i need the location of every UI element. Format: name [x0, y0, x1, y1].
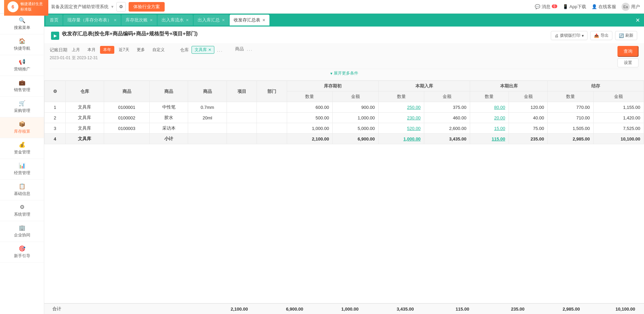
- out-qty-link[interactable]: 80.00: [494, 105, 506, 110]
- cell-out-amt: 40.00: [509, 113, 548, 123]
- tab-close-recv_summary[interactable]: ✕: [262, 18, 265, 22]
- cell-spec: 20ml: [188, 113, 227, 123]
- out-qty-link[interactable]: 15.00: [494, 126, 506, 131]
- tab-recv_summary[interactable]: 收发存汇总表✕: [230, 15, 269, 26]
- date-last-month[interactable]: 上月: [69, 46, 83, 54]
- cell-project: [227, 134, 257, 144]
- in-qty-link[interactable]: 1,000.00: [403, 136, 421, 142]
- tab-close-batch[interactable]: ✕: [150, 18, 153, 22]
- date-buttons: 记账日期 上月 本月 本年 近7天 更多 自定义: [50, 46, 168, 54]
- settings-button[interactable]: 设置: [617, 58, 639, 67]
- cell-warehouse: 文具库: [66, 123, 104, 134]
- sidebar: 🔍搜索菜单🏠快捷导航📢营销推广💼销售管理🛒采购管理📦库存核算💰资金管理📊经营管理…: [0, 14, 44, 314]
- tab-close-summary[interactable]: ✕: [222, 18, 225, 22]
- out-qty-link[interactable]: 20.00: [494, 115, 506, 120]
- cell-bal-qty: 1,505.00: [548, 123, 594, 134]
- in-qty-link[interactable]: 520.00: [407, 126, 421, 131]
- sidebar-item-inventory[interactable]: 📦库存核算: [0, 117, 44, 138]
- print-icon: 🖨: [555, 33, 559, 38]
- tab-summary[interactable]: 出入库汇总✕: [194, 15, 229, 26]
- export-button[interactable]: 📤 导出: [590, 31, 612, 40]
- page-title-bar: ▶ 收发存汇总表(按仓库+商品编码+商品+规格型号+项目+部门) 🖨 拨锁版打印…: [44, 27, 644, 43]
- marketing-label: 营销推广: [14, 66, 30, 72]
- inventory-icon: 📦: [19, 121, 26, 127]
- date-this-year[interactable]: 本年: [100, 46, 114, 54]
- sidebar-item-enterprise[interactable]: 🏢企业协同: [0, 221, 44, 242]
- marketing-icon: 📢: [19, 59, 26, 65]
- search-label: 搜索菜单: [14, 25, 30, 31]
- sidebar-item-sales[interactable]: 💼销售管理: [0, 76, 44, 97]
- date-more[interactable]: 更多: [134, 46, 148, 54]
- app-download-btn[interactable]: 📱 App下载: [563, 4, 586, 10]
- in-qty-link[interactable]: 230.00: [407, 115, 421, 120]
- cell-dept: [257, 134, 287, 144]
- footer-bal-amt: 10,100.00: [583, 307, 639, 312]
- table-container: ⚙ 仓库 商品 商品 商品 项目 部门 库存期初 本期入库 本期出库 结存: [44, 81, 644, 303]
- cell-in-qty: 520.00: [378, 123, 424, 134]
- cell-project: [227, 102, 257, 113]
- out-qty-link[interactable]: 115.00: [492, 136, 505, 142]
- sidebar-item-search[interactable]: 🔍搜索菜单: [0, 14, 44, 34]
- footer-label: 合计: [52, 306, 61, 312]
- sub-out-amt: 金额: [509, 92, 548, 102]
- cell-seq: 3: [45, 123, 66, 134]
- tab-flow[interactable]: 出入库流水✕: [158, 15, 193, 26]
- gear-button[interactable]: ⚙: [116, 2, 126, 12]
- user-btn[interactable]: Ea 用户: [622, 3, 640, 11]
- sidebar-item-system[interactable]: ⚙系统管理: [0, 200, 44, 221]
- warehouse-more-btn[interactable]: ...: [217, 47, 223, 53]
- system-icon: ⚙: [20, 204, 24, 210]
- header-left: 6 畅捷通好生意标准版 装备及固定资产辅助管理系统 ▾ ⚙ 体验行业方案: [4, 0, 165, 16]
- sidebar-item-basic[interactable]: 📋基础信息: [0, 180, 44, 200]
- collapse-arrow-icon[interactable]: ▶: [51, 32, 59, 40]
- messages-btn[interactable]: 💬 消息 6: [535, 4, 557, 10]
- cell-dept: [257, 102, 287, 113]
- sidebar-item-marketing[interactable]: 📢营销推广: [0, 55, 44, 76]
- page-title: 收发存汇总表(按仓库+商品编码+商品+规格型号+项目+部门): [62, 31, 198, 37]
- cell-bal-amt: 1,155.00: [593, 102, 644, 113]
- sidebar-item-purchase[interactable]: 🛒采购管理: [0, 97, 44, 117]
- print-button[interactable]: 🖨 拨锁版打印 ▾: [551, 31, 588, 40]
- warehouse-label: 仓库: [180, 47, 189, 53]
- trial-button[interactable]: 体验行业方案: [129, 2, 165, 12]
- col-name: 商品: [150, 81, 188, 102]
- col-dept: 部门: [257, 81, 287, 102]
- newbie-icon: 🎯: [19, 245, 26, 252]
- main-layout: 🔍搜索菜单🏠快捷导航📢营销推广💼销售管理🛒采购管理📦库存核算💰资金管理📊经营管理…: [0, 14, 644, 314]
- tab-close-flow[interactable]: ✕: [186, 18, 189, 22]
- date-custom[interactable]: 自定义: [149, 46, 168, 54]
- tab-stock_dist[interactable]: 现存量（库存分布表）✕: [63, 15, 121, 26]
- sidebar-item-newbie[interactable]: 🎯新手引导: [0, 242, 44, 263]
- col-settings-icon[interactable]: ⚙: [45, 81, 66, 102]
- cell-out-qty: 20.00: [470, 113, 509, 123]
- filter-section: 记账日期 上月 本月 本年 近7天 更多 自定义 2023-01-01 至 20…: [44, 43, 644, 81]
- query-button[interactable]: 查询: [617, 46, 639, 57]
- col-spec: 商品: [188, 81, 227, 102]
- online-service-label: 在线客服: [598, 4, 616, 10]
- goods-more-btn[interactable]: ...: [247, 46, 253, 52]
- sidebar-item-operations[interactable]: 📊经营管理: [0, 159, 44, 180]
- refresh-button[interactable]: 🔄 刷新: [615, 31, 637, 40]
- main-content: 首页现存量（库存分布表）✕库存批次账✕出入库流水✕出入库汇总✕收发存汇总表✕ ✕…: [44, 14, 644, 314]
- cell-bal-qty: 2,985.00: [548, 134, 594, 144]
- table-row: 1 文具库 0100001 中性笔 0.7mm 600.00 900.00 25…: [45, 102, 644, 113]
- col-group-init: 库存期初: [287, 81, 378, 92]
- tab-label-home: 首页: [50, 17, 59, 23]
- date-7days[interactable]: 近7天: [116, 46, 132, 54]
- sidebar-item-quick[interactable]: 🏠快捷导航: [0, 34, 44, 55]
- footer-bal-qty: 2,985.00: [528, 307, 583, 312]
- date-this-month[interactable]: 本月: [84, 46, 99, 54]
- tab-home[interactable]: 首页: [46, 15, 63, 26]
- expand-conditions-btn[interactable]: ▾ 展开更多条件: [330, 70, 358, 76]
- warehouse-tag-close[interactable]: ✕: [208, 48, 211, 52]
- operations-icon: 📊: [19, 162, 26, 169]
- tab-batch[interactable]: 库存批次账✕: [121, 15, 157, 26]
- sidebar-item-finance[interactable]: 💰资金管理: [0, 138, 44, 159]
- cell-seq: 4: [45, 134, 66, 144]
- in-qty-link[interactable]: 250.00: [407, 105, 421, 110]
- user-label: 用户: [631, 4, 640, 10]
- tab-close-stock_dist[interactable]: ✕: [114, 18, 117, 22]
- system-title: 装备及固定资产辅助管理系统: [51, 4, 109, 10]
- online-service-btn[interactable]: 👤 在线客服: [592, 4, 616, 10]
- tab-bar-close-icon[interactable]: ✕: [633, 17, 643, 23]
